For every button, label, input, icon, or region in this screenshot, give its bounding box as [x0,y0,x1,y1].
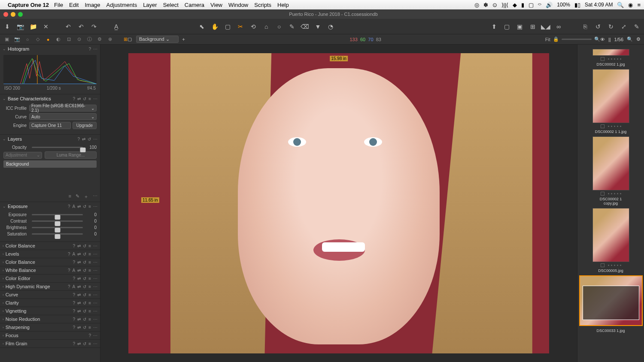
help-icon[interactable]: ? [73,97,76,101]
copy-icon[interactable]: ⇄ [77,204,81,209]
zoom-search-icon[interactable]: 🔍 [594,36,600,42]
menu-icon[interactable]: ⋯ [93,325,97,330]
layer-add-icon[interactable]: ＋ [84,193,88,200]
panel-vignetting[interactable]: ›Vignetting?⇄↺≡⋯ [0,307,100,315]
preset-icon[interactable]: ≡ [88,341,91,346]
select-tool-icon[interactable]: ⬉ [198,23,206,30]
capture-tab-icon[interactable]: 📷 [14,36,21,43]
upgrade-button[interactable]: Upgrade [73,122,97,129]
add-variant-icon[interactable]: ＋ [181,36,186,42]
menu-file[interactable]: File [54,2,63,8]
layers-header[interactable]: ⌄ Layers ?⇄↺⋯ [0,135,100,143]
display-icon[interactable]: ▢ [529,2,534,8]
image-viewer[interactable]: 15.98 in 11.65 in [100,45,577,362]
thumbnail[interactable]: DSC00002 1 1.jpg [592,69,629,134]
panel-focus[interactable]: ›Focus?⋯ [0,332,100,340]
menu-icon[interactable]: ⋯ [93,301,97,305]
menu-view[interactable]: View [210,2,222,8]
crop-tab-icon[interactable]: ◇ [34,36,41,43]
proof-icon[interactable]: 👁 [600,37,605,42]
copy-icon[interactable]: ⇄ [77,252,81,256]
rotate-tool-icon[interactable]: ⟲ [249,23,257,30]
copy-adjust-icon[interactable]: ⎘ [581,23,589,30]
preset-icon[interactable]: ≡ [88,309,91,314]
preset-icon[interactable]: ≡ [88,284,91,289]
reset-icon[interactable]: ↺ [83,276,86,281]
reset-icon[interactable]: ↺ [83,97,86,101]
panel-curve[interactable]: ›Curve?⇄↺≡⋯ [0,291,100,299]
exp-value[interactable]: 0 [85,225,97,230]
copy-icon[interactable]: ⇄ [77,325,81,330]
delete-icon[interactable]: ✕ [42,23,50,30]
layer-brush-icon[interactable]: ✎ [76,193,79,200]
help-icon[interactable]: ? [73,301,76,305]
exp-value[interactable]: 0 [85,219,97,223]
batch-tab-icon[interactable]: ⊕ [106,36,113,43]
menu-icon[interactable]: ⋯ [93,47,97,51]
help-icon[interactable]: ? [68,204,70,209]
thumbnail-image[interactable] [592,69,629,123]
base-char-header[interactable]: ⌄ Base Characteristics ?⇄↺≡⋯ [0,94,100,103]
image-canvas[interactable]: 15.98 in 11.65 in [128,53,549,353]
menu-icon[interactable]: ⋯ [93,341,97,346]
help-icon[interactable]: ? [73,317,76,322]
details-tab-icon[interactable]: ⊡ [65,36,72,43]
menu-icon[interactable]: ⋯ [93,244,97,248]
rotate-right-icon[interactable]: ↻ [607,23,615,30]
export-icon[interactable]: ⬆ [490,23,498,30]
exp-slider-3[interactable] [32,233,83,235]
window-titlebar[interactable]: Puerto Rico - June 2018 - C1.cosessiondb [0,9,644,19]
thumbnail[interactable]: DSC00002 1.jpg [592,49,629,66]
thumbnail-rating[interactable] [592,192,629,196]
thumbnail-image[interactable] [592,49,629,56]
undo-step-icon[interactable]: ↶ [77,23,85,30]
help-icon[interactable]: ? [73,244,76,248]
status-icon[interactable]: ⊙ [492,2,497,8]
help-icon[interactable]: ? [68,284,70,289]
edit-icon[interactable]: ✎ [633,23,641,30]
slideshow-icon[interactable]: ▣ [516,23,524,30]
reset-icon[interactable]: ↺ [83,252,86,256]
auto-icon[interactable]: A [72,204,75,209]
preset-icon[interactable]: ≡ [88,97,91,101]
preset-icon[interactable]: ≡ [88,325,91,330]
help-icon[interactable]: ? [88,47,91,51]
keystone-tool-icon[interactable]: ⌂ [262,23,270,30]
thumbnail-rating[interactable] [592,57,629,61]
menu-icon[interactable]: ⋯ [93,333,97,338]
menu-icon[interactable]: ⋯ [93,260,97,265]
zoom-fit-button[interactable]: Fit [545,37,550,42]
draw-mask-icon[interactable]: ✎ [288,23,296,30]
adjust-tab-icon[interactable]: ⊙ [76,36,82,43]
copy-icon[interactable]: ⇄ [77,309,81,314]
panel-levels[interactable]: ›Levels?A⇄↺≡⋯ [0,250,100,258]
copy-icon[interactable]: ⇄ [77,301,81,305]
copy-icon[interactable]: ⇄ [77,293,81,297]
menu-icon[interactable]: ⋯ [93,137,97,142]
zoom-slider[interactable] [562,39,592,40]
library-tab-icon[interactable]: ▣ [3,36,10,43]
exposure-header[interactable]: ⌄ Exposure ?A⇄↺≡⋯ [0,202,100,211]
thumbnail-rating[interactable] [592,124,629,128]
curve-select[interactable]: Auto⌄ [29,113,97,120]
minimize-window-icon[interactable] [11,12,15,17]
copy-icon[interactable]: ⇄ [77,317,81,322]
menu-adjustments[interactable]: Adjustments [106,2,137,8]
fullscreen-window-icon[interactable] [18,12,23,17]
status-icon[interactable]: ✽ [483,2,488,8]
exp-slider-0[interactable] [32,214,83,215]
help-icon[interactable]: ? [77,137,80,142]
reset-icon[interactable]: ↺ [83,284,86,289]
help-icon[interactable]: ? [73,341,76,346]
radial-mask-icon[interactable]: ◔ [327,23,334,30]
status-icon[interactable]: ▮ [521,2,524,8]
menu-help[interactable]: Help [277,2,289,8]
capture-icon[interactable]: 📷 [16,23,24,30]
layer-background[interactable]: Background [3,160,97,168]
panel-color balance[interactable]: ›Color Balance?⇄↺≡⋯ [0,258,100,266]
copy-icon[interactable]: ⇄ [82,137,85,142]
loupe-tool-icon[interactable]: ▢ [224,23,231,30]
menu-image[interactable]: Image [85,2,100,8]
battery-icon[interactable]: ▮▯ [574,2,580,8]
exp-slider-2[interactable] [32,227,83,228]
